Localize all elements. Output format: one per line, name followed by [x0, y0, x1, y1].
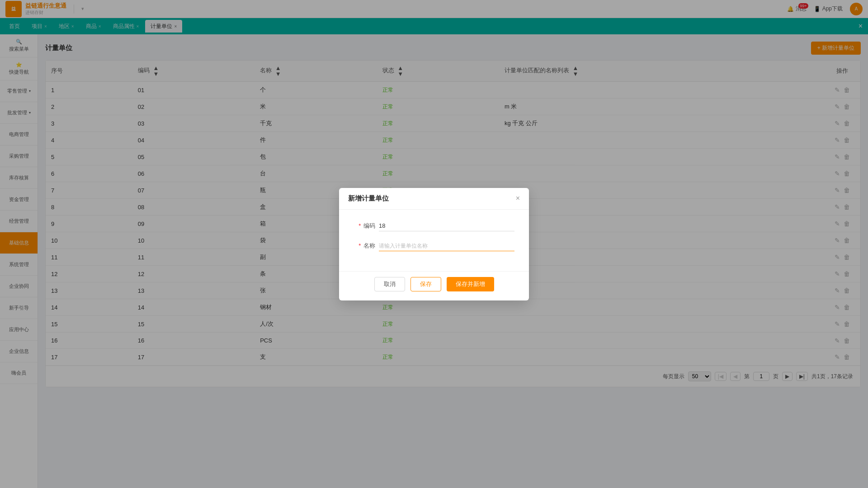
- save-new-button[interactable]: 保存并新增: [447, 277, 494, 291]
- name-form-row: * 名称: [354, 240, 514, 251]
- add-unit-modal: 新增计量单位 × * 编码 * 名称: [339, 188, 529, 300]
- content-area: 计量单位 + 新增计量单位 序号 编码 ▲▼ 名称: [38, 34, 868, 488]
- code-label: * 编码: [354, 222, 375, 230]
- name-label: * 名称: [354, 242, 375, 250]
- modal-overlay[interactable]: 新增计量单位 × * 编码 * 名称: [38, 34, 868, 488]
- cancel-button[interactable]: 取消: [374, 277, 405, 291]
- code-input[interactable]: [379, 221, 514, 231]
- code-required-star: *: [359, 222, 361, 229]
- modal-body: * 编码 * 名称: [339, 210, 529, 271]
- modal-footer: 取消 保存 保存并新增: [339, 271, 529, 300]
- main-layout: 🔍 搜索菜单 ⭐ 快捷导航 零售管理 ▾ 批发管理 ▾ 电商管理 采购管理 库存…: [0, 34, 868, 488]
- save-button[interactable]: 保存: [410, 277, 441, 291]
- modal-close-btn[interactable]: ×: [516, 194, 520, 202]
- code-form-row: * 编码: [354, 221, 514, 231]
- modal-header: 新增计量单位 ×: [339, 188, 529, 210]
- name-input[interactable]: [379, 240, 514, 251]
- modal-title: 新增计量单位: [348, 194, 389, 203]
- name-required-star: *: [359, 242, 361, 249]
